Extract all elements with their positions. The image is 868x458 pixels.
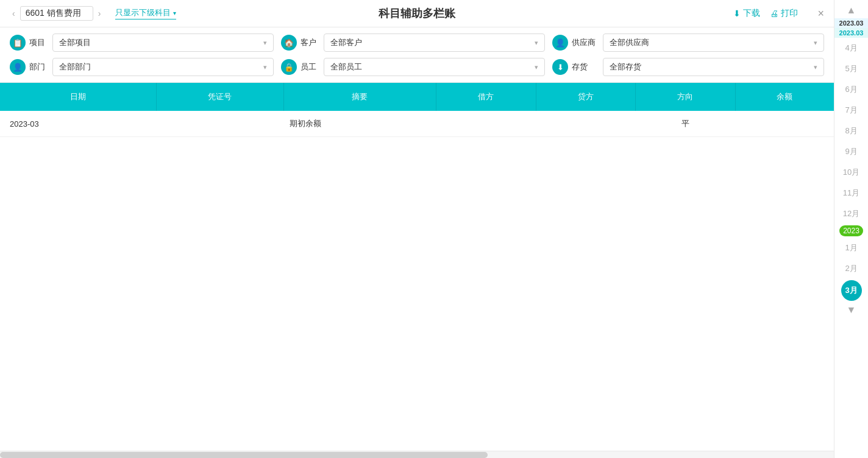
year-2023-badge[interactable]: 2023	[839, 225, 863, 236]
print-button[interactable]: 🖨 打印	[770, 8, 798, 19]
main-window: ‹ 6601 销售费用 › 只显示下级科目 ▾ 科目辅助多栏账 ⬇ 下载 🖨	[0, 0, 868, 458]
customer-icon: 🏠	[281, 35, 297, 51]
inventory-value: 全部存货	[610, 62, 641, 72]
print-label: 打印	[781, 8, 798, 19]
table-head: 日期 凭证号 摘要 借方 贷方 方向 余额	[0, 83, 834, 111]
month-10[interactable]: 10月	[834, 162, 868, 183]
download-button[interactable]: ⬇ 下载	[733, 8, 760, 19]
col-date: 日期	[0, 83, 156, 111]
project-label-text: 项目	[29, 37, 45, 48]
next-account-button[interactable]: ›	[96, 7, 104, 19]
show-sub-label: 只显示下级科目	[115, 7, 171, 18]
month-12[interactable]: 12月	[834, 203, 868, 224]
project-chevron-icon: ▾	[263, 39, 267, 47]
col-direction: 方向	[636, 83, 736, 111]
nav-area: ‹ 6601 销售费用 › 只显示下级科目 ▾	[10, 6, 176, 21]
customer-chevron-icon: ▾	[535, 39, 538, 47]
employee-chevron-icon: ▾	[535, 63, 538, 71]
col-voucher: 凭证号	[156, 83, 283, 111]
month-1[interactable]: 1月	[834, 238, 868, 258]
month-3-selected[interactable]: 3月	[841, 280, 862, 301]
top-bar: ‹ 6601 销售费用 › 只显示下级科目 ▾ 科目辅助多栏账 ⬇ 下载 🖨	[0, 0, 834, 27]
department-value: 全部部门	[59, 62, 91, 72]
month-4[interactable]: 4月	[834, 38, 868, 58]
employee-icon: 🔒	[281, 59, 297, 75]
show-sub-chevron-icon: ▾	[173, 10, 176, 16]
inventory-icon: ⬇	[552, 59, 568, 75]
supplier-select[interactable]: 全部供应商 ▾	[603, 33, 824, 52]
account-name: 销售费用	[47, 8, 81, 18]
department-filter-label: 👤 部门	[10, 59, 45, 75]
period-header-1[interactable]: 2023.03	[834, 18, 868, 28]
cell-voucher	[156, 111, 283, 137]
col-summary: 摘要	[283, 83, 436, 111]
data-table: 日期 凭证号 摘要 借方 贷方 方向 余额 2023-03 期初余额	[0, 83, 834, 137]
col-credit: 贷方	[536, 83, 636, 111]
department-select[interactable]: 全部部门 ▾	[52, 58, 274, 76]
supplier-value: 全部供应商	[610, 37, 649, 48]
sidebar-down-arrow[interactable]: ▼	[834, 302, 868, 318]
project-filter-label: 📋 项目	[10, 35, 45, 51]
col-balance: 余额	[735, 83, 834, 111]
employee-filter-label: 🔒 员工	[281, 59, 316, 75]
cell-balance	[735, 111, 834, 137]
department-chevron-icon: ▾	[263, 63, 267, 71]
month-3-container: 3月	[834, 279, 868, 302]
prev-account-button[interactable]: ‹	[10, 7, 18, 19]
account-code: 6601	[26, 8, 44, 18]
department-icon: 👤	[10, 59, 26, 75]
inventory-filter-label: ⬇ 存货	[552, 59, 596, 75]
cell-direction: 平	[636, 111, 736, 137]
inventory-chevron-icon: ▾	[814, 63, 817, 71]
customer-filter-label: 🏠 客户	[281, 35, 316, 51]
toolbar-right: ⬇ 下载 🖨 打印 ×	[733, 7, 824, 20]
customer-label-text: 客户	[301, 37, 316, 48]
filter-area: 📋 项目 全部项目 ▾ 🏠 客户 全部客户 ▾ 👤 供应商 全	[0, 27, 834, 83]
content-area: ‹ 6601 销售费用 › 只显示下级科目 ▾ 科目辅助多栏账 ⬇ 下载 🖨	[0, 0, 834, 458]
project-value: 全部项目	[59, 37, 91, 48]
table-wrap: 日期 凭证号 摘要 借方 贷方 方向 余额 2023-03 期初余额	[0, 83, 834, 451]
supplier-label-text: 供应商	[572, 37, 596, 48]
sidebar-up-arrow[interactable]: ▲	[834, 2, 868, 18]
cell-summary: 期初余额	[283, 111, 436, 137]
table-row: 2023-03 期初余额 平	[0, 111, 834, 137]
month-8[interactable]: 8月	[834, 121, 868, 141]
project-select[interactable]: 全部项目 ▾	[52, 33, 274, 52]
inventory-select[interactable]: 全部存货 ▾	[603, 58, 824, 76]
month-11[interactable]: 11月	[834, 183, 868, 203]
cell-date: 2023-03	[0, 111, 156, 137]
show-sub-button[interactable]: 只显示下级科目 ▾	[115, 7, 176, 19]
month-6[interactable]: 6月	[834, 79, 868, 100]
month-5[interactable]: 5月	[834, 58, 868, 79]
cell-debit	[436, 111, 536, 137]
employee-value: 全部员工	[330, 62, 362, 72]
employee-select[interactable]: 全部员工 ▾	[324, 58, 545, 76]
cell-credit	[536, 111, 636, 137]
page-title: 科目辅助多栏账	[379, 6, 455, 21]
month-2[interactable]: 2月	[834, 258, 868, 279]
month-7[interactable]: 7月	[834, 100, 868, 121]
customer-value: 全部客户	[330, 37, 362, 48]
customer-select[interactable]: 全部客户 ▾	[324, 33, 545, 52]
download-label: 下载	[743, 8, 760, 19]
horizontal-scrollbar[interactable]	[0, 451, 834, 458]
project-icon: 📋	[10, 35, 26, 51]
supplier-filter-label: 👤 供应商	[552, 35, 596, 51]
period-header-2[interactable]: 2023.03	[834, 28, 868, 38]
scrollbar-thumb[interactable]	[0, 452, 488, 458]
col-debit: 借方	[436, 83, 536, 111]
month-9[interactable]: 9月	[834, 141, 868, 162]
account-label: 6601 销售费用	[20, 6, 93, 21]
department-label-text: 部门	[29, 62, 45, 72]
supplier-icon: 👤	[552, 35, 568, 51]
print-icon: 🖨	[770, 9, 778, 18]
month-sidebar: ▲ 2023.03 2023.03 4月 5月 6月 7月 8月 9月 10月 …	[834, 0, 868, 458]
employee-label-text: 员工	[301, 62, 316, 72]
supplier-chevron-icon: ▾	[814, 39, 817, 47]
inventory-label-text: 存货	[572, 62, 588, 72]
year-badge-container: 2023	[834, 224, 868, 238]
table-body: 2023-03 期初余额 平	[0, 111, 834, 137]
download-icon: ⬇	[733, 9, 741, 18]
close-button[interactable]: ×	[817, 7, 824, 20]
table-header-row: 日期 凭证号 摘要 借方 贷方 方向 余额	[0, 83, 834, 111]
